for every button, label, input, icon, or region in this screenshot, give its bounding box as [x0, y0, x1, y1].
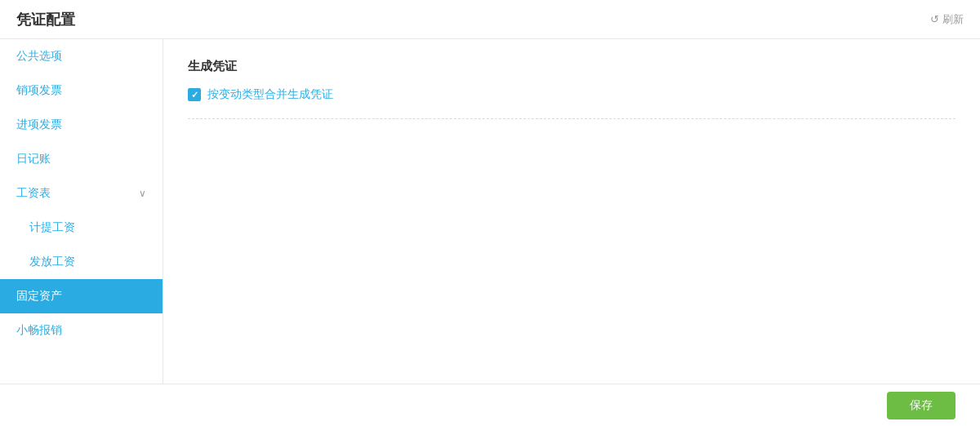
sidebar-item-public[interactable]: 公共选项	[0, 39, 163, 73]
sidebar-item-label: 工资表	[16, 186, 51, 201]
sidebar-item-payroll-table[interactable]: 工资表 ∨	[0, 176, 163, 211]
sidebar-item-label: 销项发票	[16, 83, 62, 98]
sidebar-item-payroll-pay[interactable]: 发放工资	[0, 245, 163, 279]
main-content: 生成凭证 按变动类型合并生成凭证	[163, 39, 980, 384]
save-button[interactable]: 保存	[887, 392, 956, 419]
sidebar-item-label: 发放工资	[29, 255, 75, 269]
merge-checkbox-label[interactable]: 按变动类型合并生成凭证	[207, 87, 333, 102]
merge-checkbox[interactable]	[188, 88, 201, 101]
section-divider	[188, 118, 956, 119]
section-title: 生成凭证	[188, 59, 956, 74]
sidebar-item-label: 计提工资	[29, 220, 75, 235]
page-wrapper: 凭证配置 ↺ 刷新 公共选项 销项发票 进项发票 日记账 工资表 ∨	[0, 0, 980, 426]
page-footer: 保存	[0, 384, 980, 426]
sidebar-item-label: 小畅报销	[16, 323, 62, 338]
sidebar-item-purchase-invoice[interactable]: 进项发票	[0, 108, 163, 142]
page-header: 凭证配置 ↺ 刷新	[0, 0, 980, 39]
sidebar-item-payroll-calc[interactable]: 计提工资	[0, 211, 163, 245]
sidebar-item-sales-invoice[interactable]: 销项发票	[0, 73, 163, 108]
page-title: 凭证配置	[16, 10, 75, 29]
sidebar-item-label: 固定资产	[16, 289, 62, 304]
refresh-label: 刷新	[942, 12, 964, 27]
sidebar-item-expense[interactable]: 小畅报销	[0, 313, 163, 348]
sidebar-item-fixed-assets[interactable]: 固定资产	[0, 279, 163, 313]
sidebar-item-label: 日记账	[16, 152, 51, 166]
sidebar: 公共选项 销项发票 进项发票 日记账 工资表 ∨ 计提工资 发放工资 固定资	[0, 39, 163, 384]
chevron-down-icon: ∨	[139, 188, 146, 199]
sidebar-item-label: 公共选项	[16, 49, 62, 64]
checkbox-row: 按变动类型合并生成凭证	[188, 87, 956, 102]
refresh-icon: ↺	[930, 13, 939, 25]
page-body: 公共选项 销项发票 进项发票 日记账 工资表 ∨ 计提工资 发放工资 固定资	[0, 39, 980, 384]
sidebar-item-journal[interactable]: 日记账	[0, 142, 163, 176]
sidebar-item-label: 进项发票	[16, 118, 62, 132]
refresh-button[interactable]: ↺ 刷新	[930, 12, 964, 27]
